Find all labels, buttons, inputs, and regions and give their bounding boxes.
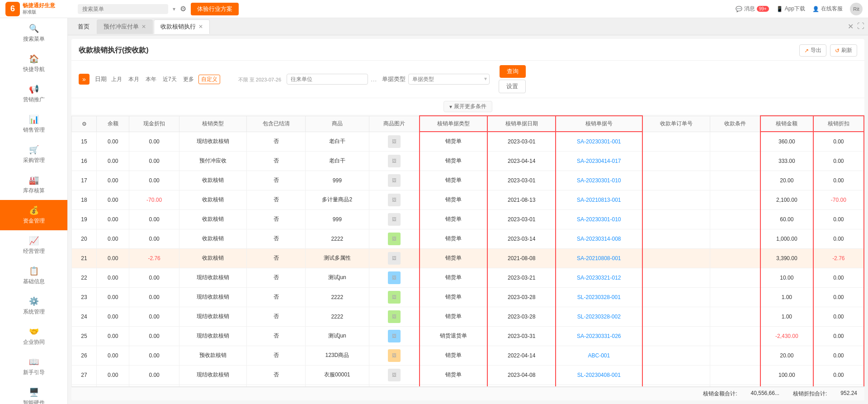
online-service-item[interactable]: 👤 在线客服 <box>812 5 843 13</box>
tab-verify-close[interactable]: ✕ <box>198 24 203 30</box>
cell-discount: -2.76 <box>813 248 864 268</box>
sidebar-item-system[interactable]: ⚙️ 系统管理 <box>0 291 67 321</box>
cell-doc-no[interactable]: SA-20230414-017 <box>556 151 642 171</box>
sidebar-item-inventory[interactable]: 🏭 库存核算 <box>0 170 67 200</box>
search-icon: 🔍 <box>29 24 39 33</box>
filter-expand-button[interactable]: » <box>79 74 90 85</box>
doc-no-link[interactable]: SA-20210808-001 <box>577 255 621 261</box>
tab-bar: 首页 预付冲应付单 ✕ 收款核销执行 ✕ ✕ ⛶ <box>68 18 868 35</box>
doc-no-link[interactable]: SA-20230331-026 <box>577 333 621 339</box>
cell-doc-no[interactable]: SA-20210808-001 <box>556 248 642 268</box>
cell-doc-no[interactable]: SL-20230328-001 <box>556 287 642 307</box>
doc-no-link[interactable]: SA-20210813-001 <box>577 197 621 203</box>
top-right-actions: 💬 消息 99+ 📱 App下载 👤 在线客服 Rit <box>736 3 863 15</box>
sidebar-item-cooperation[interactable]: 🤝 企业协同 <box>0 321 67 352</box>
notification-icon: 💬 <box>736 6 742 12</box>
sidebar-item-marketing[interactable]: 📢 营销推广 <box>0 79 67 109</box>
cell-include-settled: 否 <box>247 151 306 171</box>
cell-num: 27 <box>72 365 97 385</box>
date-opt-more[interactable]: 更多 <box>181 75 196 84</box>
tab-prepay-close[interactable]: ✕ <box>142 24 146 30</box>
fullscreen-icon[interactable]: ⛶ <box>857 22 864 31</box>
cell-order-no <box>642 287 710 307</box>
cell-doc-date: 2022-04-14 <box>487 346 556 365</box>
tab-verify[interactable]: 收款核销执行 ✕ <box>154 19 210 34</box>
sidebar-item-purchase[interactable]: 🛒 采购管理 <box>0 139 67 170</box>
cell-doc-no[interactable]: SL-20230328-002 <box>556 307 642 326</box>
cell-cash-discount: 0.00 <box>129 209 179 229</box>
notification-item[interactable]: 💬 消息 99+ <box>736 5 769 13</box>
cell-doc-no[interactable]: SA-20230301-010 <box>556 171 642 190</box>
doc-no-link[interactable]: SA-20230301-001 <box>577 138 621 145</box>
user-avatar[interactable]: Rit <box>850 3 863 15</box>
doc-no-link[interactable]: SA-20230414-017 <box>577 158 621 164</box>
sidebar-item-sales[interactable]: 📊 销售管理 <box>0 109 67 139</box>
sidebar-item-guide[interactable]: 📖 新手引导 <box>0 352 67 382</box>
cell-verify-type: 收款核销 <box>179 171 246 190</box>
cell-doc-no[interactable]: SL-20230408-001 <box>556 365 642 385</box>
doc-no-link[interactable]: SL-20230328-001 <box>577 294 621 300</box>
doc-no-link[interactable]: SL-20230328-002 <box>577 314 621 320</box>
doc-type-input[interactable] <box>408 74 490 85</box>
export-button[interactable]: ↗ 导出 <box>799 44 826 57</box>
cell-product-img: 🖼 <box>369 209 419 229</box>
query-button[interactable]: 查询 <box>500 65 526 78</box>
doc-no-link[interactable]: SA-20230321-012 <box>577 275 621 281</box>
date-opt-last-month[interactable]: 上月 <box>109 75 124 84</box>
date-opt-this-month[interactable]: 本月 <box>127 75 141 84</box>
doc-no-link[interactable]: SA-20230301-010 <box>577 216 621 223</box>
trial-button[interactable]: 体验行业方案 <box>191 3 239 15</box>
cell-num: 18 <box>72 190 97 209</box>
sidebar-item-basic-info[interactable]: 📋 基础信息 <box>0 261 67 291</box>
cell-doc-date: 2023-03-14 <box>487 229 556 248</box>
col-doc-no: 核销单据号 <box>556 116 642 132</box>
cell-doc-no[interactable]: ABC-001 <box>556 346 642 365</box>
cell-condition <box>710 326 760 346</box>
cell-amount: 1.00 <box>760 287 813 307</box>
cell-condition <box>710 209 760 229</box>
cell-doc-type: 销货退货单 <box>420 326 488 346</box>
date-opt-custom[interactable]: 自定义 <box>198 75 220 84</box>
tab-prepay[interactable]: 预付冲应付单 ✕ <box>97 19 153 34</box>
from-unit-input[interactable] <box>287 74 368 85</box>
sidebar-item-hardware[interactable]: 🖥️ 智能硬件 <box>0 382 67 404</box>
close-all-icon[interactable]: ✕ <box>848 22 854 31</box>
cell-doc-no[interactable]: SA-20230301-010 <box>556 209 642 229</box>
cell-doc-no[interactable]: SA-20230314-008 <box>556 229 642 248</box>
tab-home[interactable]: 首页 <box>71 19 96 34</box>
sidebar-item-operations[interactable]: 📈 经营管理 <box>0 230 67 261</box>
sidebar-item-search[interactable]: 🔍 搜索菜单 <box>0 18 67 48</box>
expand-more-button[interactable]: ▾ 展开更多条件 <box>443 101 492 112</box>
col-condition: 收款条件 <box>710 116 760 132</box>
col-discount: 核销折扣 <box>813 116 864 132</box>
sidebar-item-label: 搜索菜单 <box>23 35 45 43</box>
settings-icon[interactable]: ⚙ <box>180 5 186 13</box>
cell-doc-no[interactable]: SA-20230301-001 <box>556 132 642 151</box>
basic-info-icon: 📋 <box>29 266 39 276</box>
cell-doc-no[interactable]: SA-20210813-001 <box>556 190 642 209</box>
data-table: ⚙ 余额 现金折扣 核销类型 包含已结清 商品 商品图片 核销单据类型 核销单据… <box>71 115 864 386</box>
cell-doc-no[interactable]: SA-20230321-012 <box>556 268 642 287</box>
sidebar-item-label: 库存核算 <box>23 187 45 195</box>
main-content: 首页 预付冲应付单 ✕ 收款核销执行 ✕ ✕ ⛶ 收款核销执行(按收款) <box>68 18 868 404</box>
setting-button[interactable]: 设置 <box>499 80 526 93</box>
top-search-input[interactable] <box>78 4 168 14</box>
date-opt-this-year[interactable]: 本年 <box>144 75 158 84</box>
sidebar-item-finance[interactable]: 💰 资金管理 <box>0 200 67 230</box>
doc-no-link[interactable]: SL-20230408-001 <box>577 372 621 378</box>
cell-condition <box>710 190 760 209</box>
sidebar-item-quicknav[interactable]: 🏠 快捷导航 <box>0 48 67 79</box>
cell-verify-type: 现结收款核销 <box>179 365 246 385</box>
doc-no-link[interactable]: SA-20230301-010 <box>577 177 621 184</box>
app-download-item[interactable]: 📱 App下载 <box>776 5 805 13</box>
col-settings[interactable]: ⚙ <box>72 116 97 132</box>
marketing-icon: 📢 <box>29 84 39 94</box>
filter-dots[interactable]: ... <box>371 75 377 83</box>
cell-amount: 60.00 <box>760 209 813 229</box>
doc-no-link[interactable]: SA-20230314-008 <box>577 236 621 242</box>
date-opt-7days[interactable]: 近7天 <box>161 75 179 84</box>
cell-balance: 0.00 <box>97 229 129 248</box>
cell-doc-no[interactable]: SA-20230331-026 <box>556 326 642 346</box>
doc-no-link[interactable]: ABC-001 <box>588 352 610 359</box>
refresh-button[interactable]: ↺ 刷新 <box>830 44 857 57</box>
